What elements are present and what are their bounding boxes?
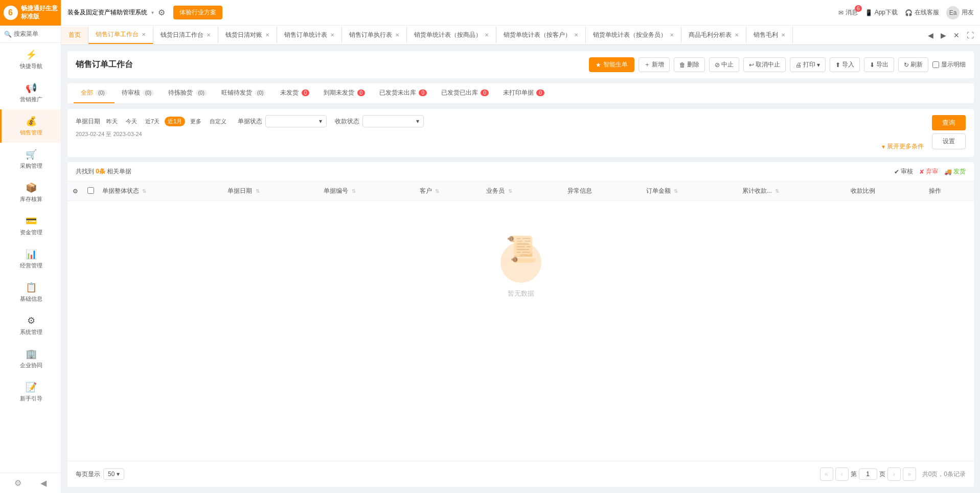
export-button[interactable]: ⬇ 导出 — [864, 57, 894, 72]
tab-sales-receivable[interactable]: 销售毛利 ✕ — [746, 27, 793, 43]
tab-gross-profit[interactable]: 商品毛利分析表 ✕ — [681, 27, 746, 43]
filter-settings-button[interactable]: 设置 — [932, 133, 966, 149]
payment-select[interactable]: ▾ — [362, 115, 424, 127]
date-btn-yesterday[interactable]: 昨天 — [103, 117, 121, 126]
sub-tab-pending-inspect[interactable]: 待拣验货 (0) — [161, 83, 214, 103]
app-download-action[interactable]: 📱 App下载 — [865, 8, 898, 17]
sub-tab-shipped-out[interactable]: 已发货已出库 0 — [434, 83, 496, 103]
query-button[interactable]: 查询 — [932, 115, 966, 130]
unreview-op-button[interactable]: ✘ 弃审 — [919, 167, 938, 176]
tab-close-all-icon[interactable]: ✕ — [951, 30, 962, 40]
tab-sales-stats-staff[interactable]: 销货单统计表（按业务员） ✕ — [586, 27, 681, 43]
tab-close-sales-order-workbench[interactable]: ✕ — [142, 32, 146, 37]
collapse-icon[interactable]: ◀ — [40, 478, 47, 488]
th-overall-status[interactable]: 单据整体状态 ⇅ — [98, 182, 223, 201]
th-checkbox[interactable] — [83, 182, 98, 201]
tab-close-sales-order-stats[interactable]: ✕ — [330, 32, 334, 38]
delete-button[interactable]: 🗑 删除 — [674, 57, 705, 72]
date-btn-7days[interactable]: 近7天 — [142, 117, 163, 126]
logo-line2: 标准版 — [21, 13, 58, 21]
th-payment-ratio[interactable]: 收款比例 — [847, 182, 925, 201]
tab-close-cash-daily[interactable]: ✕ — [207, 32, 211, 38]
ship-op-button[interactable]: 🚚 发货 — [944, 167, 966, 176]
status-select[interactable]: ▾ — [265, 115, 327, 127]
search-menu[interactable]: 🔍 搜索菜单 — [0, 26, 61, 43]
show-detail-checkbox[interactable]: 显示明细 — [932, 60, 966, 69]
page-size-dropdown[interactable]: 50 ▾ — [103, 468, 124, 480]
online-service-action[interactable]: 🎧 在线客服 — [905, 8, 939, 17]
tab-cash-daily[interactable]: 钱货日清工作台 ✕ — [153, 27, 218, 43]
last-page-button[interactable]: » — [903, 467, 916, 481]
first-page-button[interactable]: « — [820, 467, 833, 481]
date-btn-custom[interactable]: 自定义 — [207, 117, 230, 126]
new-button[interactable]: ＋ 新增 — [639, 57, 670, 72]
select-all-checkbox[interactable] — [87, 187, 94, 194]
th-amount[interactable]: 订单金额 ⇅ — [642, 182, 738, 201]
th-abnormal[interactable]: 异常信息 — [563, 182, 642, 201]
tab-scroll-left-icon[interactable]: ◀ — [926, 30, 936, 40]
tab-close-sales-stats-product[interactable]: ✕ — [485, 32, 489, 38]
tab-fullscreen-icon[interactable]: ⛶ — [965, 30, 976, 40]
tab-close-sales-stats-staff[interactable]: ✕ — [670, 32, 674, 38]
page-number-input[interactable] — [859, 468, 877, 480]
th-number[interactable]: 单据编号 ⇅ — [320, 182, 416, 201]
sidebar-item-marketing[interactable]: 📢 营销推广 — [0, 76, 61, 109]
sidebar-item-sales[interactable]: 💰 销售管理 — [0, 109, 61, 143]
date-btn-today[interactable]: 今天 — [123, 117, 140, 126]
sub-tab-not-printed[interactable]: 未打印单据 0 — [496, 83, 552, 103]
tab-sales-stats-product[interactable]: 销货单统计表（按商品） ✕ — [407, 27, 496, 43]
print-button[interactable]: 🖨 打印 ▾ — [790, 57, 826, 72]
sidebar-item-purchase[interactable]: 🛒 采购管理 — [0, 143, 61, 176]
smart-generate-button[interactable]: ★ 智能生单 — [589, 57, 634, 72]
sidebar-item-inventory[interactable]: 📦 库存核算 — [0, 176, 61, 209]
sidebar-item-operations[interactable]: 📊 经营管理 — [0, 242, 61, 276]
tab-close-sales-order-execution[interactable]: ✕ — [395, 32, 399, 38]
show-detail-check[interactable] — [932, 61, 939, 68]
tab-close-cash-goods-reconcile[interactable]: ✕ — [265, 32, 269, 38]
tab-close-sales-receivable[interactable]: ✕ — [781, 32, 785, 38]
sidebar-item-basic-info[interactable]: 📋 基础信息 — [0, 276, 61, 309]
tab-home[interactable]: 首页 — [61, 27, 88, 43]
messages-action[interactable]: ✉ 消息 6 — [838, 8, 858, 17]
topbar-gear-icon[interactable]: ⚙ — [158, 8, 165, 17]
th-settings[interactable]: ⚙ — [67, 182, 83, 201]
import-button[interactable]: ⬆ 导入 — [830, 57, 860, 72]
th-salesperson[interactable]: 业务员 ⇅ — [482, 182, 563, 201]
review-op-button[interactable]: ✔ 审核 — [894, 167, 913, 176]
tab-sales-order-stats[interactable]: 销售订单统计表 ✕ — [277, 27, 342, 43]
refresh-button[interactable]: ↻ 刷新 — [898, 57, 928, 72]
solution-button[interactable]: 体验行业方案 — [173, 6, 222, 19]
prev-page-button[interactable]: ‹ — [835, 467, 849, 481]
settings-icon[interactable]: ⚙ — [14, 478, 21, 488]
sub-tab-overdue-not-shipped[interactable]: 到期未发货 0 — [316, 83, 372, 103]
tab-sales-order-workbench[interactable]: 销售订单工作台 ✕ — [88, 26, 153, 44]
user-menu[interactable]: Ea 用友 — [946, 6, 974, 19]
sub-tab-pending-review[interactable]: 待审核 (0) — [115, 83, 162, 103]
sub-tab-shipped-not-out[interactable]: 已发货未出库 0 — [372, 83, 434, 103]
stop-button[interactable]: ⊘ 中止 — [709, 57, 739, 72]
tab-scroll-right-icon[interactable]: ▶ — [939, 30, 948, 40]
th-date[interactable]: 单据日期 ⇅ — [223, 182, 320, 201]
sidebar-item-guide[interactable]: 📝 新手引导 — [0, 375, 61, 409]
tab-close-sales-stats-customer[interactable]: ✕ — [574, 32, 578, 38]
tab-cash-goods-reconcile[interactable]: 钱货日清对账 ✕ — [218, 27, 277, 43]
tab-sales-order-execution[interactable]: 销售订单执行表 ✕ — [342, 27, 407, 43]
date-btn-more[interactable]: 更多 — [187, 117, 204, 126]
date-btn-1month[interactable]: 近1月 — [165, 117, 185, 126]
sidebar-item-system[interactable]: ⚙ 系统管理 — [0, 309, 61, 342]
sub-tab-not-shipped[interactable]: 未发货 0 — [273, 83, 316, 103]
next-page-button[interactable]: › — [887, 467, 901, 481]
cancel-stop-icon: ↩ — [749, 61, 754, 69]
cancel-stop-button[interactable]: ↩ 取消中止 — [743, 57, 786, 72]
sidebar-item-quick-nav[interactable]: ⚡ 快捷导航 — [0, 43, 61, 76]
tab-sales-stats-customer[interactable]: 销货单统计表（按客户） ✕ — [496, 27, 586, 43]
th-received[interactable]: 累计收款... ⇅ — [738, 182, 847, 201]
tab-close-gross-profit[interactable]: ✕ — [735, 32, 739, 38]
sidebar-item-finance[interactable]: 💳 资金管理 — [0, 209, 61, 242]
sort-overall-status-icon: ⇅ — [142, 188, 146, 194]
sub-tab-wangpu-pending[interactable]: 旺铺待发货 (0) — [214, 83, 274, 103]
th-customer[interactable]: 客户 ⇅ — [416, 182, 482, 201]
sub-tab-all[interactable]: 全部 (0) — [74, 83, 115, 103]
sidebar-item-enterprise[interactable]: 🏢 企业协同 — [0, 342, 61, 375]
expand-conditions-button[interactable]: ▾ 展开更多条件 — [882, 142, 924, 151]
